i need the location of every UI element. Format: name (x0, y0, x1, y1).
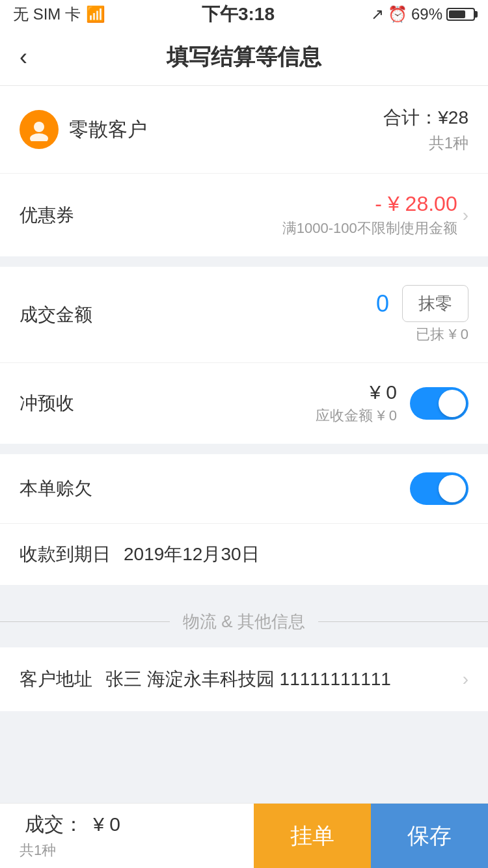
status-left: 无 SIM 卡 📶 (13, 4, 105, 25)
due-date-label: 收款到期日 (20, 542, 111, 567)
prepay-label: 冲预收 (20, 391, 74, 416)
svg-point-0 (34, 122, 44, 132)
hang-button[interactable]: 挂单 (254, 804, 371, 869)
avatar (20, 110, 59, 149)
customer-left: 零散客户 (20, 110, 147, 149)
bottom-deal: 成交： ¥ 0 (20, 811, 254, 838)
customer-row: 零散客户 合计：¥28 共1种 (0, 86, 488, 173)
debt-section: 本单赊欠 收款到期日 2019年12月30日 (0, 454, 488, 585)
customer-summary: 合计：¥28 共1种 (383, 105, 468, 154)
coupon-value-block: - ¥ 28.00 满1000-100不限制使用金额 (282, 192, 457, 238)
logistics-header: 物流 & 其他信息 (0, 595, 488, 647)
customer-section: 零散客户 合计：¥28 共1种 优惠券 - ¥ 28.00 满1000-100不… (0, 86, 488, 256)
prepay-row: 冲预收 ¥ 0 应收金额 ¥ 0 (0, 363, 488, 444)
debt-toggle[interactable] (410, 472, 468, 505)
round-zero-button[interactable]: 抹零 (402, 285, 468, 322)
svg-point-1 (30, 133, 48, 141)
already-rounded-label: 已抹 ¥ 0 (370, 325, 468, 344)
deal-amount-label: 成交金额 (20, 303, 92, 327)
prepay-receivable: 应收金额 ¥ 0 (316, 406, 397, 426)
prepay-values: ¥ 0 应收金额 ¥ 0 (316, 381, 397, 426)
bottom-deal-label: 成交： (25, 813, 83, 835)
bottom-bar: 成交： ¥ 0 共1种 挂单 保存 (0, 803, 488, 868)
prepay-toggle[interactable] (410, 387, 468, 420)
toggle-knob (439, 390, 466, 417)
prepay-amount: ¥ 0 (316, 381, 397, 403)
status-bar: 无 SIM 卡 📶 下午3:18 ↗ ⏰ 69% (0, 0, 488, 29)
nav-bar: ‹ 填写结算等信息 (0, 29, 488, 86)
battery-indicator (446, 8, 475, 21)
due-date-value: 2019年12月30日 (124, 542, 260, 567)
coupon-discount: - ¥ 28.00 (282, 192, 457, 216)
main-content: 零散客户 合计：¥28 共1种 优惠券 - ¥ 28.00 满1000-100不… (0, 86, 488, 787)
deal-amount-row: 成交金额 0 抹零 已抹 ¥ 0 (0, 267, 488, 363)
total-count: 共1种 (383, 133, 468, 154)
total-price: 合计：¥28 (383, 105, 468, 130)
location-icon: ↗ (371, 5, 384, 23)
status-right: ↗ ⏰ 69% (371, 5, 475, 23)
logistics-label: 物流 & 其他信息 (170, 610, 318, 633)
deal-amount-right: 0 抹零 已抹 ¥ 0 (370, 285, 468, 344)
coupon-chevron-icon: › (463, 205, 468, 226)
battery-fill (449, 10, 465, 18)
due-date-row: 收款到期日 2019年12月30日 (0, 523, 488, 585)
debt-row: 本单赊欠 (0, 454, 488, 523)
status-time: 下午3:18 (202, 2, 275, 27)
debt-label: 本单赊欠 (20, 476, 92, 501)
coupon-right: - ¥ 28.00 满1000-100不限制使用金额 › (282, 192, 468, 238)
page-title: 填写结算等信息 (167, 42, 321, 72)
alarm-icon: ⏰ (388, 5, 407, 23)
amount-value-block: 0 (370, 290, 389, 318)
deal-amount-value: 0 (370, 290, 389, 318)
coupon-desc: 满1000-100不限制使用金额 (282, 219, 457, 238)
address-value: 张三 海淀永丰科技园 11111111111 (105, 667, 463, 692)
address-chevron-icon: › (463, 669, 468, 690)
address-section: 客户地址 张三 海淀永丰科技园 11111111111 › (0, 647, 488, 711)
deal-amount-section: 成交金额 0 抹零 已抹 ¥ 0 冲预收 ¥ 0 应收金额 ¥ 0 (0, 267, 488, 444)
back-button[interactable]: ‹ (20, 44, 27, 71)
battery-percent: 69% (411, 5, 442, 23)
address-row[interactable]: 客户地址 张三 海淀永丰科技园 11111111111 › (0, 647, 488, 711)
no-sim-label: 无 SIM 卡 (13, 4, 81, 25)
bottom-deal-value: ¥ 0 (93, 813, 120, 835)
prepay-right: ¥ 0 应收金额 ¥ 0 (316, 381, 468, 426)
bottom-count: 共1种 (20, 841, 254, 860)
bottom-summary: 成交： ¥ 0 共1种 (0, 811, 254, 860)
coupon-row[interactable]: 优惠券 - ¥ 28.00 满1000-100不限制使用金额 › (0, 173, 488, 256)
debt-toggle-knob (439, 475, 466, 502)
coupon-label: 优惠券 (20, 203, 74, 228)
wifi-icon: 📶 (86, 5, 105, 23)
address-label: 客户地址 (20, 667, 92, 692)
amount-right: 0 抹零 (370, 285, 468, 322)
save-button[interactable]: 保存 (371, 804, 488, 869)
customer-name: 零散客户 (69, 116, 147, 143)
